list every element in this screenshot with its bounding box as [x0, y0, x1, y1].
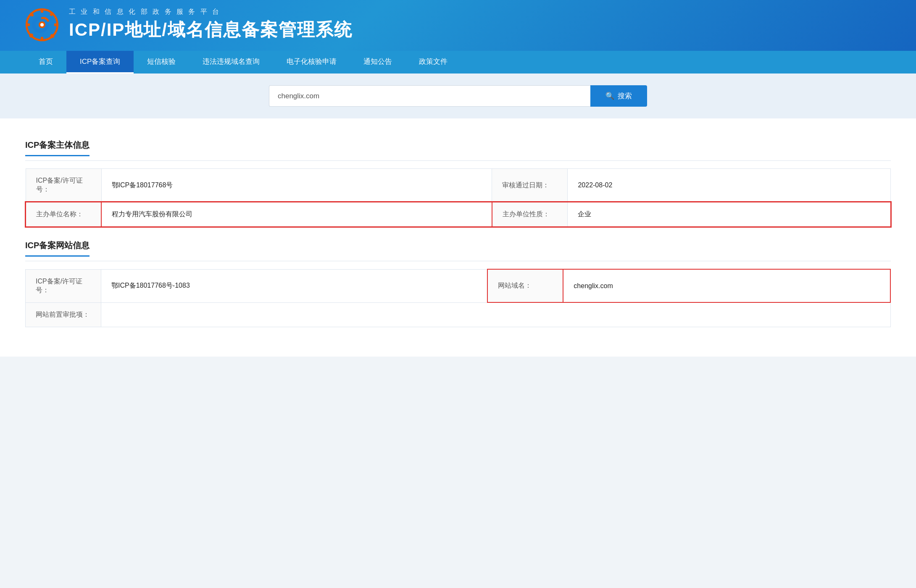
label-icp-no-2: ICP备案/许可证号： [26, 269, 101, 302]
svg-point-10 [40, 23, 44, 26]
value-pre-approval [101, 302, 891, 327]
label-icp-no-1: ICP备案/许可证号： [26, 169, 101, 202]
main-nav: 首页 ICP备案查询 短信核验 违法违规域名查询 电子化核验申请 通知公告 政策… [0, 51, 916, 74]
logo-icon [25, 8, 59, 42]
header-title: ICP/IP地址/域名信息备案管理系统 [69, 18, 353, 42]
value-icp-no-1: 鄂ICP备18017768号 [101, 169, 492, 202]
section-icp-website: ICP备案网站信息 ICP备案/许可证号： 鄂ICP备18017768号-108… [25, 240, 891, 327]
content-area: ICP备案主体信息 ICP备案/许可证号： 鄂ICP备18017768号 审核通… [0, 118, 916, 357]
search-button[interactable]: 🔍 搜索 [590, 85, 647, 107]
value-audit-date: 2022-08-02 [568, 169, 891, 202]
nav-sms-verify[interactable]: 短信核验 [134, 51, 189, 74]
nav-electronic-verify[interactable]: 电子化核验申请 [273, 51, 350, 74]
entity-info-table: ICP备案/许可证号： 鄂ICP备18017768号 审核通过日期： 2022-… [25, 168, 891, 227]
table-row: ICP备案/许可证号： 鄂ICP备18017768号 审核通过日期： 2022-… [26, 169, 891, 202]
label-org-name: 主办单位名称： [26, 202, 101, 227]
search-area: 🔍 搜索 [0, 74, 916, 118]
value-domain: chenglix.com [563, 269, 890, 302]
header-subtitle: 工 业 和 信 息 化 部 政 务 服 务 平 台 [69, 8, 353, 16]
label-pre-approval: 网站前置审批项： [26, 302, 101, 327]
svg-rect-2 [41, 37, 43, 41]
svg-rect-4 [54, 23, 58, 26]
value-icp-no-2: 鄂ICP备18017768号-1083 [101, 269, 488, 302]
nav-illegal-domain[interactable]: 违法违规域名查询 [189, 51, 273, 74]
website-info-table: ICP备案/许可证号： 鄂ICP备18017768号-1083 网站域名： ch… [25, 269, 891, 327]
table-row: 网站前置审批项： [26, 302, 891, 327]
nav-policy[interactable]: 政策文件 [405, 51, 461, 74]
value-org-type: 企业 [568, 202, 891, 227]
svg-rect-1 [41, 8, 43, 13]
nav-notice[interactable]: 通知公告 [350, 51, 405, 74]
label-org-type: 主办单位性质： [492, 202, 568, 227]
section1-title: ICP备案主体信息 [25, 139, 89, 156]
section-icp-entity: ICP备案主体信息 ICP备案/许可证号： 鄂ICP备18017768号 审核通… [25, 139, 891, 227]
label-domain: 网站域名： [487, 269, 563, 302]
table-row-highlighted: 主办单位名称： 程力专用汽车股份有限公司 主办单位性质： 企业 [26, 202, 891, 227]
svg-rect-3 [26, 23, 30, 26]
header-text: 工 业 和 信 息 化 部 政 务 服 务 平 台 ICP/IP地址/域名信息备… [69, 8, 353, 42]
search-icon: 🔍 [605, 92, 614, 100]
search-input[interactable] [269, 85, 590, 107]
label-audit-date: 审核通过日期： [492, 169, 568, 202]
value-org-name: 程力专用汽车股份有限公司 [101, 202, 492, 227]
search-button-label: 搜索 [618, 91, 632, 101]
table-row: ICP备案/许可证号： 鄂ICP备18017768号-1083 网站域名： ch… [26, 269, 891, 302]
nav-icp-query[interactable]: ICP备案查询 [66, 51, 134, 74]
search-box: 🔍 搜索 [269, 85, 647, 107]
section2-title: ICP备案网站信息 [25, 240, 89, 257]
header: 工 业 和 信 息 化 部 政 务 服 务 平 台 ICP/IP地址/域名信息备… [0, 0, 916, 51]
nav-home[interactable]: 首页 [25, 51, 66, 74]
